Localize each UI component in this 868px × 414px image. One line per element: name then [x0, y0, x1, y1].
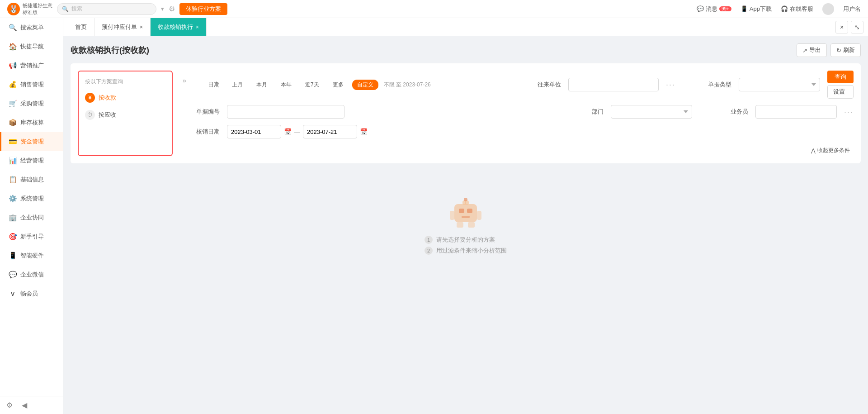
date-pill-7days[interactable]: 近7天 — [300, 80, 324, 90]
search-dropdown-icon[interactable]: ▾ — [161, 5, 164, 12]
sidebar-item-basic-info[interactable]: 📋 基础信息 — [0, 170, 63, 189]
home-icon: 🏠 — [9, 43, 17, 51]
counterparty-input[interactable] — [568, 78, 659, 91]
filter-by-receipt[interactable]: ¥ 按收款 — [79, 89, 172, 106]
refresh-button[interactable]: ↻ 刷新 — [830, 43, 861, 57]
doc-no-input[interactable] — [227, 105, 344, 119]
export-button[interactable]: ↗ 导出 — [797, 43, 827, 57]
sidebar-item-member[interactable]: V 畅会员 — [0, 284, 63, 303]
query-button[interactable]: 查询 — [827, 71, 854, 83]
writeoff-date-start-calendar-icon[interactable]: 📅 — [284, 128, 292, 135]
sidebar-item-system[interactable]: ⚙️ 系统管理 — [0, 189, 63, 208]
sidebar-collapse-icon[interactable]: ◀ — [22, 401, 27, 409]
counterparty-label: 往来单位 — [538, 81, 561, 89]
filter-by-receivable[interactable]: ⏱ 按应收 — [79, 106, 172, 124]
tab-bar: 首页 预付冲应付单 × 收款核销执行 × × ⤡ — [63, 18, 868, 36]
filter-collapse-sidebar-button[interactable]: » — [180, 71, 189, 156]
tab-close-all-button[interactable]: × — [835, 21, 848, 33]
search-icon: 🔍 — [62, 6, 69, 12]
date-pill-more[interactable]: 更多 — [328, 80, 349, 90]
sidebar-bottom: ⚙ ◀ — [0, 396, 63, 414]
filter-scheme-title: 按以下方案查询 — [79, 76, 172, 89]
sidebar-item-wechat[interactable]: 💬 企业微信 — [0, 265, 63, 284]
svg-rect-3 — [462, 216, 470, 218]
page-title: 收款核销执行(按收款) — [71, 45, 149, 56]
basic-info-icon: 📋 — [9, 176, 17, 184]
sidebar-item-finance[interactable]: 💳 资金管理 — [0, 132, 63, 151]
app-download-button[interactable]: 📱 App下载 — [741, 5, 772, 13]
doc-type-select[interactable] — [739, 78, 820, 91]
sidebar-item-purchase[interactable]: 🛒 采购管理 — [0, 94, 63, 113]
tab-close-writeoff[interactable]: × — [196, 24, 199, 30]
salesperson-more-icon[interactable]: ··· — [844, 107, 854, 117]
page-content: 收款核销执行(按收款) ↗ 导出 ↻ 刷新 按以下方案查询 — [63, 36, 868, 414]
marketing-icon: 📢 — [9, 62, 17, 70]
settings-icon[interactable]: ⚙ — [169, 5, 175, 13]
message-button[interactable]: 💬 消息 99+ — [697, 5, 731, 13]
sidebar-item-inventory[interactable]: 📦 库存核算 — [0, 113, 63, 132]
sidebar-item-hardware[interactable]: 📱 智能硬件 — [0, 246, 63, 265]
message-icon: 💬 — [697, 5, 704, 12]
search-input[interactable]: 🔍 搜索 — [57, 3, 156, 15]
management-icon: 📊 — [9, 157, 17, 165]
empty-tips: 1 请先选择要分析的方案 2 用过滤条件来缩小分析范围 — [425, 236, 507, 255]
tab-close-prepay[interactable]: × — [140, 24, 143, 30]
hardware-icon: 📱 — [9, 252, 17, 260]
sidebar-item-marketing[interactable]: 📢 营销推广 — [0, 56, 63, 75]
member-icon: V — [9, 290, 17, 298]
writeoff-date-end-input[interactable] — [303, 125, 357, 138]
sales-icon: 💰 — [9, 81, 17, 89]
sidebar-item-guide[interactable]: 🎯 新手引导 — [0, 227, 63, 246]
filter-row-1: 日期 上月 本月 本年 近7天 更多 自定义 不限 至 2023-07-26 往… — [196, 71, 854, 99]
inventory-icon: 📦 — [9, 119, 17, 127]
sidebar-item-management[interactable]: 📊 经营管理 — [0, 151, 63, 170]
salesperson-input[interactable] — [755, 105, 837, 119]
empty-tip-1: 1 请先选择要分析的方案 — [425, 236, 507, 244]
industry-solution-button[interactable]: 休验行业方案 — [179, 3, 227, 15]
sidebar-item-search[interactable]: 🔍 搜索菜单 — [0, 18, 63, 37]
writeoff-date-label: 核销日期 — [196, 128, 220, 136]
tab-home[interactable]: 首页 — [68, 18, 94, 36]
guide-icon: 🎯 — [9, 233, 17, 241]
settings-button[interactable]: 设置 — [827, 85, 854, 99]
logo-text: 畅捷通好生意 标准版 — [23, 2, 52, 15]
empty-tip-2: 2 用过滤条件来缩小分析范围 — [425, 247, 507, 255]
tab-prepay[interactable]: 预付冲应付单 × — [94, 18, 151, 36]
doc-no-label: 单据编号 — [196, 108, 220, 116]
writeoff-date-end-calendar-icon[interactable]: 📅 — [360, 128, 368, 135]
counterparty-more-icon[interactable]: ··· — [666, 80, 675, 90]
sidebar-settings-icon[interactable]: ⚙ — [6, 401, 13, 409]
filter-panel: 按以下方案查询 ¥ 按收款 ⏱ 按应收 » 日期 — [71, 63, 861, 163]
search-menu-icon: 🔍 — [9, 24, 17, 32]
top-bar: 🐰 畅捷通好生意 标准版 🔍 搜索 ▾ ⚙ 休验行业方案 💬 消息 99+ 📱 … — [0, 0, 868, 18]
sidebar: 🔍 搜索菜单 🏠 快捷导航 📢 营销推广 💰 销售管理 🛒 采购管理 📦 库存核… — [0, 18, 63, 414]
filter-row-3: 核销日期 📅 — 📅 — [196, 125, 854, 138]
date-pill-last-month[interactable]: 上月 — [227, 80, 248, 90]
app-icon: 📱 — [741, 5, 748, 12]
svg-rect-2 — [467, 209, 472, 213]
logo: 🐰 畅捷通好生意 标准版 — [7, 2, 52, 15]
writeoff-date-start-input[interactable] — [227, 125, 281, 138]
date-pill-custom[interactable]: 自定义 — [352, 80, 378, 90]
sidebar-item-enterprise[interactable]: 🏢 企业协同 — [0, 208, 63, 227]
system-icon: ⚙️ — [9, 195, 17, 203]
tab-writeoff[interactable]: 收款核销执行 × — [151, 18, 207, 36]
tab-bar-controls: × ⤡ — [835, 21, 863, 33]
dept-select[interactable] — [611, 105, 692, 119]
tip-num-2: 2 — [425, 247, 433, 255]
date-pill-this-month[interactable]: 本月 — [251, 80, 272, 90]
date-pill-this-year[interactable]: 本年 — [276, 80, 297, 90]
wechat-icon: 💬 — [9, 271, 17, 279]
topbar-actions: 💬 消息 99+ 📱 App下载 🎧 在线客服 用户名 — [697, 3, 861, 15]
collapse-more-button[interactable]: ⋀ 收起更多条件 — [196, 145, 854, 156]
logo-icon: 🐰 — [7, 3, 20, 15]
online-service-button[interactable]: 🎧 在线客服 — [781, 5, 813, 13]
enterprise-icon: 🏢 — [9, 214, 17, 222]
date-separator: — — [294, 128, 300, 135]
collapse-chevron-icon: ⋀ — [811, 148, 816, 154]
sidebar-item-sales[interactable]: 💰 销售管理 — [0, 75, 63, 94]
tab-expand-button[interactable]: ⤡ — [851, 21, 863, 33]
sidebar-item-navigation[interactable]: 🏠 快捷导航 — [0, 37, 63, 56]
by-receipt-icon: ¥ — [85, 93, 95, 103]
page-header-actions: ↗ 导出 ↻ 刷新 — [797, 43, 861, 57]
